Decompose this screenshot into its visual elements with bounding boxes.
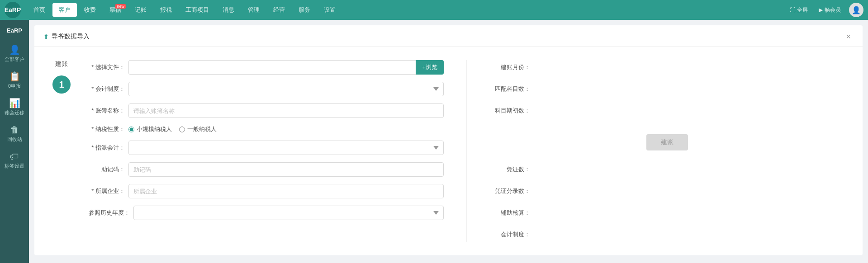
nav-item-messages[interactable]: 消息: [216, 3, 241, 17]
account-migration-icon: 📊: [9, 99, 20, 108]
form-right: 建账月份： 匹配科目数： 科目期初数： 建账: [489, 60, 844, 242]
radio-general-label: 一般纳税人: [187, 125, 217, 133]
nav-item-operation[interactable]: 经营: [267, 3, 291, 17]
panel-header: ⬆ 导爷数据导入 ×: [34, 25, 863, 47]
declaration-label: 0申报: [8, 83, 21, 89]
nav-item-settings[interactable]: 设置: [318, 3, 342, 17]
vip-label: 畅会员: [825, 6, 841, 14]
nav-item-business[interactable]: 工商项目: [179, 3, 215, 17]
nav-menu: 首页客户收费票据new记账报税工商项目消息管理经营服务设置: [27, 3, 787, 17]
reference-year-label: 参照历史年度：: [89, 209, 130, 217]
build-account-button[interactable]: 建账: [646, 134, 688, 150]
sidebar-item-tag-settings[interactable]: 🏷标签设置: [1, 148, 28, 173]
recycle-label: 回收站: [7, 136, 22, 143]
match-subjects-row: 匹配科目数：: [489, 82, 844, 96]
form-left: * 选择文件： +浏览 * 会计制度：: [89, 60, 444, 242]
file-input[interactable]: [128, 60, 416, 75]
step-section: 建账 1: [52, 60, 71, 242]
nav-item-invoices[interactable]: 票据new: [103, 3, 128, 17]
voucher-count-label: 凭证数：: [489, 165, 530, 174]
subject-initial-label: 科目期初数：: [489, 107, 530, 115]
nav-right-actions: ⛶ 全屏 ▶ 畅会员 👤: [787, 3, 863, 17]
tag-settings-label: 标签设置: [5, 163, 24, 169]
file-row: * 选择文件： +浏览: [89, 60, 444, 75]
fullscreen-icon: ⛶: [790, 7, 795, 13]
memo-label: 助记码：: [89, 165, 125, 174]
app-logo: EaRP: [5, 2, 21, 18]
file-input-group: +浏览: [128, 60, 444, 75]
nav-item-billing[interactable]: 收费: [78, 3, 102, 17]
nav-item-customers[interactable]: 客户: [52, 3, 77, 17]
recycle-icon: 🗑: [10, 125, 19, 134]
ledger-name-row: * 账簿名称：: [89, 103, 444, 118]
auxiliary-calc-row: 辅助核算：: [489, 206, 844, 220]
all-clients-icon: 👤: [9, 45, 20, 54]
auxiliary-calc-label: 辅助核算：: [489, 209, 530, 217]
sidebar-item-all-clients[interactable]: 👤全部客户: [1, 42, 28, 66]
reference-year-select[interactable]: [133, 206, 444, 220]
panel-title: ⬆ 导爷数据导入: [43, 33, 90, 41]
nav-item-tax[interactable]: 报税: [154, 3, 178, 17]
fullscreen-button[interactable]: ⛶ 全屏: [787, 5, 811, 15]
user-avatar[interactable]: 👤: [849, 3, 863, 17]
nav-badge-invoices: new: [115, 4, 126, 9]
declaration-icon: 📋: [9, 72, 20, 81]
subject-initial-row: 科目期初数：: [489, 103, 844, 118]
ledger-name-input[interactable]: [128, 103, 444, 118]
fullscreen-label: 全屏: [797, 6, 808, 14]
voucher-count-row: 凭证数：: [489, 162, 844, 177]
nav-item-services[interactable]: 服务: [292, 3, 317, 17]
sidebar-item-recycle[interactable]: 🗑回收站: [1, 122, 28, 146]
all-clients-label: 全部客户: [5, 56, 24, 63]
main-layout: EaRP👤全部客户📋0申报📊账套迁移🗑回收站🏷标签设置 ⬆ 导爷数据导入 × 建…: [0, 20, 868, 263]
panel-body: 建账 1 * 选择文件： +浏览: [34, 47, 863, 255]
sidebar: EaRP👤全部客户📋0申报📊账套迁移🗑回收站🏷标签设置: [0, 20, 29, 263]
step-number: 1: [59, 80, 64, 90]
content-area: ⬆ 导爷数据导入 × 建账 1 * 选择文件：: [29, 20, 868, 263]
nav-item-home[interactable]: 首页: [27, 3, 52, 17]
avatar-icon: 👤: [852, 6, 861, 14]
reference-year-row: 参照历史年度：: [89, 206, 444, 220]
browse-button[interactable]: +浏览: [416, 60, 444, 75]
sidebar-logo: EaRP: [4, 24, 25, 37]
step-circle: 1: [52, 75, 71, 94]
build-btn-row: 建账: [489, 130, 844, 150]
memo-row: 助记码：: [89, 162, 444, 177]
top-navigation: EaRP 首页客户收费票据new记账报税工商项目消息管理经营服务设置 ⛶ 全屏 …: [0, 0, 868, 20]
tax-type-label: * 纳税性质：: [89, 125, 125, 133]
vip-button[interactable]: ▶ 畅会员: [816, 5, 844, 15]
radio-general-input[interactable]: [179, 127, 185, 132]
sidebar-item-account-migration[interactable]: 📊账套迁移: [1, 95, 28, 120]
form-divider: [466, 60, 467, 242]
radio-small-label: 小规模纳税人: [137, 125, 172, 133]
accounting-system-row: * 会计制度：: [89, 82, 444, 96]
voucher-entries-label: 凭证分录数：: [489, 187, 530, 195]
sidebar-item-declaration[interactable]: 📋0申报: [1, 68, 28, 93]
radio-small-input[interactable]: [128, 127, 134, 132]
accountant-label: * 指派会计：: [89, 144, 125, 152]
import-panel: ⬆ 导爷数据导入 × 建账 1 * 选择文件：: [34, 25, 863, 255]
match-subjects-label: 匹配科目数：: [489, 85, 530, 93]
company-row: * 所属企业：: [89, 184, 444, 198]
radio-small-taxpayer[interactable]: 小规模纳税人: [128, 125, 172, 133]
voucher-entries-row: 凭证分录数：: [489, 184, 844, 198]
company-label: * 所属企业：: [89, 187, 125, 195]
panel-title-icon: ⬆: [43, 33, 49, 40]
vip-icon: ▶: [819, 7, 823, 13]
nav-item-management[interactable]: 管理: [242, 3, 266, 17]
company-input[interactable]: [128, 184, 444, 198]
tax-type-radio-group: 小规模纳税人 一般纳税人: [128, 125, 444, 133]
accountant-row: * 指派会计：: [89, 141, 444, 155]
accountant-select[interactable]: [128, 141, 444, 155]
accounting-system-select[interactable]: [128, 82, 444, 96]
step-label: 建账: [55, 60, 68, 68]
right-accounting-system-label: 会计制度：: [489, 230, 530, 239]
panel-title-text: 导爷数据导入: [52, 33, 90, 41]
tax-type-row: * 纳税性质： 小规模纳税人 一般纳税人: [89, 125, 444, 133]
memo-input[interactable]: [128, 162, 444, 177]
radio-general-taxpayer[interactable]: 一般纳税人: [179, 125, 217, 133]
file-label: * 选择文件：: [89, 63, 125, 71]
panel-close-button[interactable]: ×: [843, 32, 854, 42]
accounting-system-label: * 会计制度：: [89, 85, 125, 93]
nav-item-accounts[interactable]: 记账: [128, 3, 153, 17]
